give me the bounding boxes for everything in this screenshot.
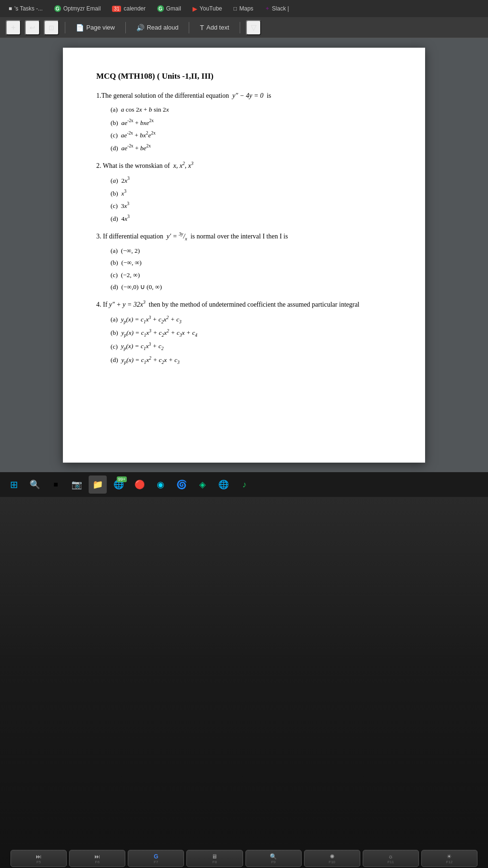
page-view-label: Page view <box>86 24 115 31</box>
tab-calendar[interactable]: 31 calender <box>107 1 150 16</box>
app3-button[interactable]: 🌀 <box>173 475 191 494</box>
option-4a: (a) yp(x) = c1x3 + c2x2 + c3 <box>111 314 396 325</box>
tab-optmyzr[interactable]: G Optmyzr Email <box>50 1 106 16</box>
slack-icon: ✦ <box>265 5 270 12</box>
f7-label: F7 <box>154 860 158 864</box>
question-1-text: 1.The general solution of the differenti… <box>96 91 396 101</box>
option-4d: (d) yp(x) = c1x2 + c2x + c3 <box>111 354 396 365</box>
option-2a: (a) 2x3 <box>111 175 396 186</box>
key-f6[interactable]: ⏭ F6 <box>69 850 125 867</box>
page-view-button[interactable]: 📄 Page view <box>71 21 120 34</box>
app2-button[interactable]: ◉ <box>152 475 170 494</box>
pdf-page: MCQ (MTH108) ( Units -1,II, III) 1.The g… <box>63 48 425 463</box>
key-f7[interactable]: G F7 <box>128 850 184 867</box>
box-icon: ⊡ <box>49 24 54 31</box>
key-f5[interactable]: ⏭ F5 <box>10 850 67 867</box>
tab-tasks-label: 's Tasks -... <box>14 5 42 12</box>
taskbar: ⊞ 🔍 ■ 📷 📁 🌐 99+ 🔴 ◉ 🌀 ◈ 🌐 ♪ <box>0 472 488 497</box>
key-f11[interactable]: ☼ F11 <box>363 850 419 867</box>
tab-gmail-label: Gmail <box>166 5 181 12</box>
question-3-text: 3. If differential equation y′ = 3y/x is… <box>96 230 396 242</box>
windows-icon: ⊞ <box>10 479 18 490</box>
spotify-button[interactable]: ♪ <box>235 475 254 494</box>
tab-maps[interactable]: □ Maps <box>229 1 258 16</box>
chrome-icon: 🌐 <box>218 479 229 490</box>
windows-start-button[interactable]: ⊞ <box>5 475 23 494</box>
page-view-icon: 📄 <box>76 24 84 31</box>
question-1-options: (a) a cos 2x + b sin 2x (b) ae-2x + bxe2… <box>96 105 396 153</box>
key-f12[interactable]: ☀ F12 <box>421 850 478 867</box>
question-2: 2. What is the wronskian of x, x2, x3 (a… <box>96 160 396 224</box>
pdf-title: MCQ (MTH108) ( Units -1,II, III) <box>96 72 396 81</box>
question-3: 3. If differential equation y′ = 3y/x is… <box>96 230 396 292</box>
tab-gmail[interactable]: G Gmail <box>152 1 186 16</box>
taskview-icon: ■ <box>53 480 58 489</box>
option-1b: (b) ae-2x + bxe2x <box>111 117 396 128</box>
folder-button[interactable]: 📁 <box>89 475 107 494</box>
search-taskbar-button[interactable]: 🔍 <box>26 475 44 494</box>
option-2b: (b) x3 <box>111 188 396 198</box>
f11-label: F11 <box>387 860 394 864</box>
key-f9[interactable]: 🔍 F9 <box>245 850 302 867</box>
add-text-button[interactable]: T Add text <box>195 21 234 34</box>
option-4c: (c) yp(x) = c1x3 + c2 <box>111 341 396 352</box>
read-aloud-button[interactable]: 🔊 Read aloud <box>132 21 183 34</box>
taskview-button[interactable]: ■ <box>47 475 65 494</box>
arrow-button[interactable]: ▽ <box>246 20 261 35</box>
add-text-icon: T <box>200 24 204 31</box>
tab-tasks[interactable]: ■ 's Tasks -... <box>4 1 48 16</box>
fn-key-row: ⏭ F5 ⏭ F6 G F7 🖥 F8 🔍 F9 ✺ F10 <box>10 850 478 867</box>
read-aloud-label: Read aloud <box>147 24 179 31</box>
key-f8[interactable]: 🖥 F8 <box>186 850 243 867</box>
question-4-options: (a) yp(x) = c1x3 + c2x2 + c3 (b) yp(x) =… <box>96 314 396 365</box>
folder-icon: 📁 <box>92 479 103 490</box>
app3-icon: 🌀 <box>176 479 187 490</box>
separator-2 <box>125 22 126 33</box>
question-2-text: 2. What is the wronskian of x, x2, x3 <box>96 160 396 171</box>
add-button[interactable]: + <box>6 20 21 35</box>
f5-label: F5 <box>36 860 41 864</box>
spotify-icon: ♪ <box>243 480 247 490</box>
browser-button[interactable]: 🌐 99+ <box>110 475 128 494</box>
app4-button[interactable]: ◈ <box>193 475 212 494</box>
optmyzr-icon: G <box>54 5 61 12</box>
search-taskbar-icon: 🔍 <box>30 479 40 490</box>
tab-youtube-label: YouTube <box>200 5 222 12</box>
question-1: 1.The general solution of the differenti… <box>96 91 396 153</box>
separator-1 <box>65 22 65 33</box>
undo-icon: ↩ <box>30 24 35 31</box>
tab-slack[interactable]: ✦ Slack | <box>260 1 294 16</box>
badge-99: 99+ <box>117 476 127 482</box>
chrome-button[interactable]: 🌐 <box>214 475 233 494</box>
option-2d: (d) 4x3 <box>111 213 396 224</box>
app1-icon: 🔴 <box>134 479 145 490</box>
f11-symbol: ☼ <box>388 853 393 860</box>
plus-icon: + <box>11 23 15 32</box>
arrow-down-icon: ▽ <box>251 23 256 32</box>
option-3a: (a) (−∞, 2) <box>111 246 396 256</box>
option-4b: (b) yp(x) = c1x3 + c2x2 + c3x + c4 <box>111 327 396 338</box>
app1-button[interactable]: 🔴 <box>131 475 149 494</box>
tab-youtube[interactable]: ▶ YouTube <box>188 1 227 16</box>
calendar-badge: 31 <box>112 6 121 12</box>
video-button[interactable]: 📷 <box>68 475 86 494</box>
undo-button[interactable]: ↩ <box>25 20 40 35</box>
f12-label: F12 <box>446 860 453 864</box>
box-button[interactable]: ⊡ <box>44 20 59 35</box>
f6-label: F6 <box>95 860 100 864</box>
add-text-label: Add text <box>206 24 229 31</box>
key-f10[interactable]: ✺ F10 <box>304 850 360 867</box>
question-3-options: (a) (−∞, 2) (b) (−∞, ∞) (c) (−2, ∞) (d) … <box>96 246 396 292</box>
f6-symbol: ⏭ <box>94 853 100 860</box>
question-2-options: (a) 2x3 (b) x3 (c) 3x3 (d) 4x3 <box>96 175 396 224</box>
tab-slack-label: Slack | <box>272 5 289 12</box>
option-1c: (c) ae-2x + bx2e2x <box>111 130 396 140</box>
option-1a: (a) a cos 2x + b sin 2x <box>111 105 396 114</box>
f10-symbol: ✺ <box>330 853 335 860</box>
option-3d: (d) (−∞,0) ∪ (0, ∞) <box>111 282 396 292</box>
option-3c: (c) (−2, ∞) <box>111 270 396 280</box>
f7-symbol: G <box>154 853 158 860</box>
toolbar: + ↩ ⊡ 📄 Page view 🔊 Read aloud T Add tex… <box>0 17 488 38</box>
option-2c: (c) 3x3 <box>111 200 396 211</box>
f9-label: F9 <box>271 860 275 864</box>
